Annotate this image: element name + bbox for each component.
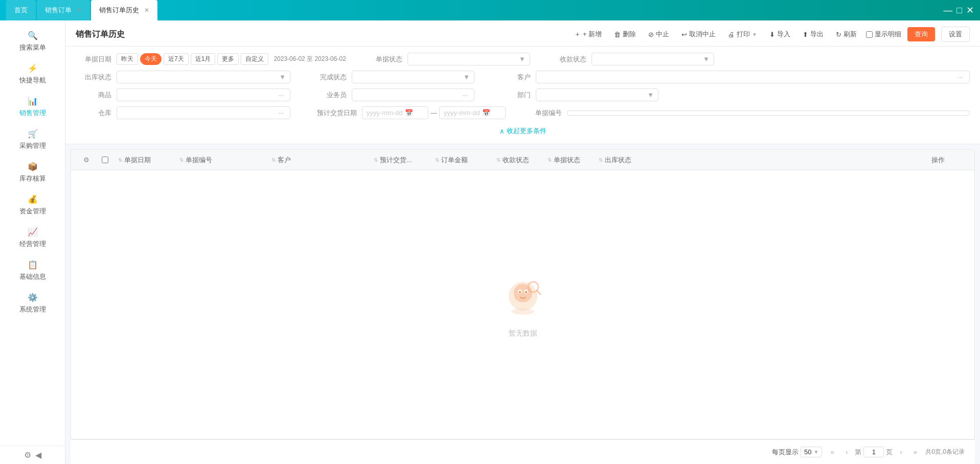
th-settings[interactable]: ⚙ [77, 156, 96, 164]
window-maximize-icon[interactable]: □ [956, 6, 962, 15]
top-bar: 首页 销售订单 ✕ 销售订单历史 ✕ — □ ✕ [0, 0, 980, 20]
refresh-button[interactable]: ↻ 刷新 [833, 28, 860, 41]
settings-button[interactable]: 设置 [941, 27, 970, 42]
main-content: 销售订单历史 ＋ + 新增 🗑 删除 ⊘ 中止 ↩ [65, 20, 980, 464]
th-customer[interactable]: ⇅ 客户 [267, 156, 370, 165]
th-doc-status-label: 单据状态 [554, 156, 580, 165]
doc-num-input[interactable] [567, 111, 970, 116]
doc-num-label: 单据编号 [526, 108, 567, 118]
window-minimize-icon[interactable]: — [943, 6, 952, 15]
select-all-checkbox[interactable] [102, 157, 108, 163]
pay-status-chevron-icon: ▼ [703, 55, 710, 63]
date-btn-1month[interactable]: 近1月 [191, 53, 216, 65]
delivery-date-label: 预计交货日期 [311, 108, 362, 118]
doc-status-select[interactable]: ▼ [407, 53, 530, 65]
sidebar-item-search-menu[interactable]: 🔍 搜索菜单 [0, 25, 65, 57]
th-amount[interactable]: ⇅ 订单金额 [431, 156, 492, 165]
pay-status-select[interactable]: ▼ [591, 53, 714, 65]
sidebar-item-quick-nav[interactable]: ⚡ 快捷导航 [0, 57, 65, 90]
sidebar-item-system-label: 系统管理 [19, 305, 46, 314]
cancel-stop-button[interactable]: ↩ 取消中止 [678, 28, 719, 41]
salesperson-dots-icon[interactable]: ··· [460, 91, 470, 99]
display-detail-input[interactable] [866, 31, 873, 38]
date-btn-more[interactable]: 更多 [217, 53, 239, 65]
sidebar-item-inventory[interactable]: 📦 库存核算 [0, 156, 65, 188]
customer-label: 客户 [495, 73, 536, 82]
new-button[interactable]: ＋ + 新增 [571, 28, 605, 41]
cancel-stop-icon: ↩ [681, 31, 687, 38]
department-select[interactable]: ▼ [536, 89, 658, 101]
th-date[interactable]: ⇅ 单据日期 [114, 156, 175, 165]
date-btn-today[interactable]: 今天 [140, 53, 162, 65]
display-detail-checkbox[interactable]: 显示明细 [866, 30, 901, 39]
customer-input[interactable]: ··· [536, 71, 970, 83]
tab-sales-order[interactable]: 销售订单 ✕ [37, 0, 90, 20]
svg-point-1 [512, 308, 534, 315]
pagination-bar: 每页显示 50 ▼ « ‹ 第 页 › [71, 439, 975, 464]
sidebar-item-operations[interactable]: 📈 经营管理 [0, 221, 65, 254]
th-out-status[interactable]: ⇅ 出库状态 [595, 156, 646, 165]
th-checkbox[interactable] [96, 157, 114, 163]
sidebar-item-finance-label: 资金管理 [19, 207, 46, 216]
date-range-text: 2023-06-02 至 2023-06-02 [274, 55, 346, 63]
goods-input[interactable]: ··· [117, 89, 290, 101]
last-page-button[interactable]: » [909, 446, 921, 458]
sort-out-status-icon: ⇅ [599, 157, 603, 163]
date-btn-custom[interactable]: 自定义 [241, 53, 268, 65]
date-btn-7days[interactable]: 近7天 [164, 53, 189, 65]
page-label: 页 [886, 448, 893, 457]
import-button[interactable]: ⬇ 导入 [766, 28, 793, 41]
delivery-date-end[interactable]: yyyy-mm-dd 📅 [439, 106, 506, 119]
settings-bottom-icon[interactable]: ⚙ [24, 450, 31, 460]
page-input[interactable] [863, 447, 884, 457]
date-btn-yesterday[interactable]: 昨天 [117, 53, 138, 65]
out-status-select[interactable]: ▼ [117, 71, 290, 83]
customer-dots-icon[interactable]: ··· [955, 73, 965, 81]
print-button[interactable]: 🖨 打印 ▼ [725, 28, 760, 41]
warehouse-dots-icon[interactable]: ··· [276, 109, 286, 117]
tab-sales-order-history[interactable]: 销售订单历史 ✕ [91, 0, 157, 20]
query-button[interactable]: 查询 [907, 27, 935, 41]
sort-doc-status-icon: ⇅ [548, 157, 552, 163]
salesperson-label: 业务员 [311, 91, 352, 100]
stop-button[interactable]: ⊘ 中止 [645, 28, 672, 41]
table-body: 暂无数据 [71, 170, 974, 439]
tab-sales-order-history-close[interactable]: ✕ [144, 7, 149, 14]
svg-point-5 [519, 291, 521, 293]
tab-home[interactable]: 首页 [6, 0, 36, 20]
collapse-row[interactable]: ∧ 收起更多条件 [76, 124, 970, 138]
sidebar-item-sales-mgmt[interactable]: 📊 销售管理 [0, 90, 65, 123]
operations-icon: 📈 [27, 226, 38, 237]
delete-button[interactable]: 🗑 删除 [611, 28, 639, 41]
goods-dots-icon[interactable]: ··· [276, 91, 286, 99]
sidebar-item-system[interactable]: ⚙️ 系统管理 [0, 286, 65, 319]
delivery-date-start[interactable]: yyyy-mm-dd 📅 [362, 106, 428, 119]
sidebar-item-purchase-mgmt[interactable]: 🛒 采购管理 [0, 123, 65, 156]
collapse-sidebar-icon[interactable]: ◀ [35, 450, 41, 460]
th-num[interactable]: ⇅ 单据编号 [175, 156, 267, 165]
th-doc-status[interactable]: ⇅ 单据状态 [543, 156, 595, 165]
prev-page-button[interactable]: ‹ [840, 446, 853, 458]
th-delivery[interactable]: ⇅ 预计交货... [370, 156, 431, 165]
sidebar-item-basic-info[interactable]: 📋 基础信息 [0, 254, 65, 286]
out-status-chevron-icon: ▼ [279, 73, 286, 81]
th-pay-status[interactable]: ⇅ 收款状态 [492, 156, 543, 165]
export-button[interactable]: ⬆ 导出 [800, 28, 827, 41]
search-menu-icon: 🔍 [27, 30, 38, 41]
sidebar-item-finance[interactable]: 💰 资金管理 [0, 188, 65, 221]
first-page-button[interactable]: « [826, 446, 838, 458]
tab-sales-order-close[interactable]: ✕ [77, 7, 82, 14]
complete-status-select[interactable]: ▼ [352, 71, 474, 83]
th-operation: 操作 [927, 156, 968, 165]
salesperson-input[interactable]: ··· [352, 89, 474, 101]
window-close-icon[interactable]: ✕ [966, 6, 974, 15]
first-page-icon: « [831, 448, 834, 456]
warehouse-input[interactable]: ··· [117, 106, 290, 119]
empty-illustration [497, 272, 549, 323]
tab-sales-order-history-label: 销售订单历史 [99, 6, 139, 15]
next-page-icon: › [900, 448, 902, 456]
calendar-start-icon: 📅 [405, 109, 413, 117]
page-size-box[interactable]: 50 ▼ [801, 447, 822, 457]
next-page-button[interactable]: › [895, 446, 907, 458]
th-customer-label: 客户 [278, 156, 291, 165]
